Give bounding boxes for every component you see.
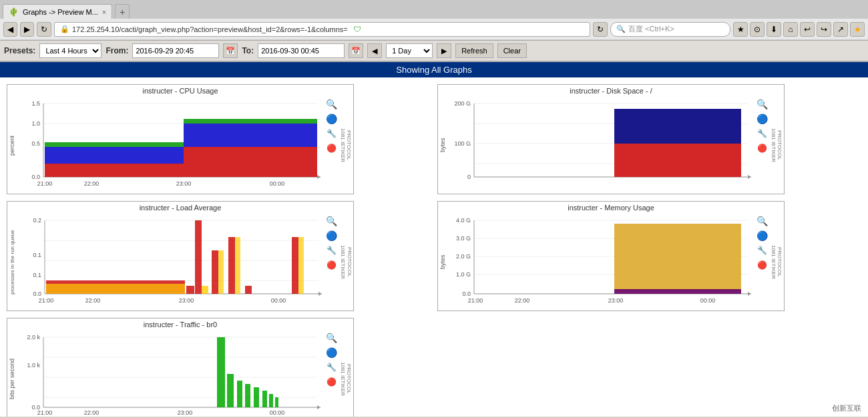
svg-rect-98 [262,391,267,407]
traffic-y-label: bits per second [7,331,17,417]
to-calendar-icon[interactable]: 📅 [349,43,363,58]
memory-sidebar-label: PROTOCOL1081 IETIKER [769,214,783,310]
svg-text:0.0: 0.0 [462,290,471,297]
share-icon[interactable]: ↗ [833,22,848,37]
cpu-edit-icon[interactable]: 🔧 [325,128,337,140]
to-input[interactable] [258,43,345,58]
svg-marker-11 [317,175,320,179]
memory-controls: 🔍 🔵 🔧 🔴 [754,214,769,310]
history-icon[interactable]: ⊙ [750,22,765,37]
presets-select[interactable]: Last 4 Hours [39,43,101,58]
tab-close-icon[interactable]: × [102,8,106,16]
traffic-graph-panel: instructer - Traffic - br0 bits per seco… [7,318,354,417]
traffic-delete-icon[interactable]: 🔴 [325,376,337,388]
watermark-text: 创新互联 [832,404,861,412]
memory-graph-area: bytes 4.0 G 3.0 G 2.0 G 1.0 G 0.0 [438,214,784,310]
from-calendar-icon[interactable]: 📅 [223,43,238,58]
load-zoom-icon[interactable]: 🔍 [326,215,338,227]
bookmark-star-icon[interactable]: ★ [850,22,865,37]
cpu-graph-area: percent 1.5 1.0 0.5 0.0 [7,97,353,194]
load-graph-panel: instructer - Load Average processes in t… [7,201,354,311]
memory-info-icon[interactable]: 🔵 [756,230,768,242]
load-edit-icon[interactable]: 🔧 [326,244,338,256]
left-arrow-icon[interactable]: ◀ [367,43,382,58]
svg-text:4.0 G: 4.0 G [456,217,471,224]
svg-text:0.0: 0.0 [33,290,41,297]
reload-button[interactable]: ↻ [37,22,51,37]
home-icon[interactable]: ⌂ [783,22,798,37]
from-input[interactable] [132,43,219,58]
cpu-graph-svg: 1.5 1.0 0.5 0.0 [17,97,324,190]
svg-rect-58 [298,237,304,294]
disk-edit-icon[interactable]: 🔧 [756,128,768,140]
traffic-edit-icon[interactable]: 🔧 [325,361,337,373]
svg-text:22:00: 22:00 [85,297,101,304]
disk-sidebar-label: PROTOCOL1081 IETIKER [769,97,783,194]
svg-rect-93 [217,337,225,407]
cpu-zoom-icon[interactable]: 🔍 [325,98,337,110]
svg-text:00:00: 00:00 [271,297,286,304]
memory-edit-icon[interactable]: 🔧 [756,244,768,256]
traffic-graph-area: bits per second 2.0 k 1.0 k 0.0 [7,331,353,417]
svg-text:00:00: 00:00 [270,180,285,187]
svg-text:0.1: 0.1 [33,252,41,258]
back2-icon[interactable]: ↩ [800,22,815,37]
back-icon: ◀ [7,25,13,34]
timespan-select[interactable]: 1 Day [386,43,433,58]
svg-rect-50 [195,220,202,294]
svg-marker-92 [317,405,320,409]
svg-text:1.5: 1.5 [31,100,40,107]
forward-button[interactable]: ▶ [20,22,34,37]
svg-text:00:00: 00:00 [700,297,716,304]
cpu-info-icon[interactable]: 🔵 [325,113,337,125]
svg-text:23:00: 23:00 [178,409,193,416]
tab-favicon: 🌵 [9,7,19,17]
disk-zoom-icon[interactable]: 🔍 [756,98,768,110]
svg-text:21:00: 21:00 [39,297,54,304]
load-info-icon[interactable]: 🔵 [326,230,338,242]
svg-text:23:00: 23:00 [179,297,194,304]
load-graph-area: processes in the run queue 0.2 0.1 0.1 0… [7,214,353,310]
right-arrow-icon[interactable]: ▶ [437,43,451,58]
disk-delete-icon[interactable]: 🔴 [756,142,768,154]
memory-delete-icon[interactable]: 🔴 [756,259,768,271]
svg-rect-15 [45,147,184,164]
address-bar[interactable]: 🔒 172.25.254.10/cacti/graph_view.php?act… [54,22,590,37]
memory-graph-title: instructer - Memory Usage [438,202,784,214]
svg-text:21:00: 21:00 [37,409,53,416]
load-graph-svg: 0.2 0.1 0.1 0.0 [18,214,324,307]
active-tab[interactable]: 🌵 Graphs -> Preview M... × [3,4,112,19]
disk-y-label: bytes [438,97,447,194]
memory-graph-svg: 4.0 G 3.0 G 2.0 G 1.0 G 0.0 21:00 22: [447,214,754,307]
download-icon[interactable]: ⬇ [767,22,781,37]
svg-rect-57 [292,237,298,294]
svg-rect-12 [184,147,317,177]
traffic-info-icon[interactable]: 🔵 [325,347,337,359]
graphs-grid: instructer - CPU Usage percent 1.5 1.0 0… [0,77,868,417]
new-tab-button[interactable]: + [115,4,130,19]
load-delete-icon[interactable]: 🔴 [326,259,338,271]
disk-info-icon[interactable]: 🔵 [756,113,768,125]
cpu-y-label: percent [7,97,17,194]
search-bar[interactable]: 🔍 百度 <Ctrl+K> [610,22,730,37]
disk-controls: 🔍 🔵 🔧 🔴 [754,97,769,194]
svg-text:0.0: 0.0 [31,174,40,180]
svg-rect-52 [212,250,218,294]
reload-page-button[interactable]: ↻ [593,22,608,37]
memory-y-label: bytes [438,214,447,310]
memory-zoom-icon[interactable]: 🔍 [756,215,768,227]
cpu-delete-icon[interactable]: 🔴 [325,142,337,154]
disk-graph-container: instructer - Disk Space - / bytes 200 G … [437,84,861,194]
back-button[interactable]: ◀ [3,22,17,37]
refresh-button[interactable]: Refresh [455,43,493,58]
load-y-label: processes in the run queue [7,214,18,310]
svg-text:21:00: 21:00 [468,297,483,304]
bookmarks-icon[interactable]: ★ [733,22,748,37]
shield-icon: 🛡 [353,25,361,34]
forward2-icon[interactable]: ↪ [817,22,831,37]
svg-text:2.0 G: 2.0 G [456,253,471,260]
svg-rect-94 [227,374,234,407]
clear-button[interactable]: Clear [497,43,527,58]
svg-rect-76 [614,224,741,290]
traffic-zoom-icon[interactable]: 🔍 [325,332,337,344]
